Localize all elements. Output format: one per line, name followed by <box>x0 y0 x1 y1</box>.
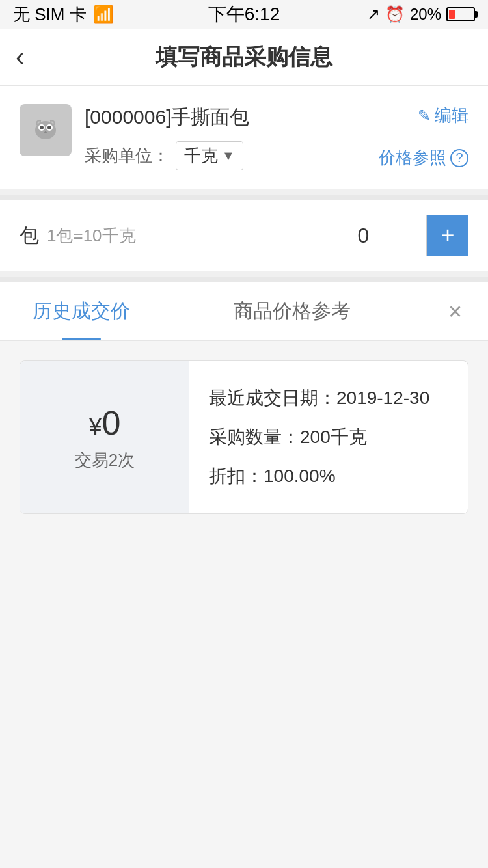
quantity-conversion: 1包=10千克 <box>47 224 136 247</box>
quantity-detail-value: 200千克 <box>300 427 367 447</box>
location-icon: ↗ <box>367 5 380 23</box>
quantity-input[interactable] <box>310 215 427 256</box>
quantity-plus-button[interactable]: + <box>427 215 468 256</box>
back-button[interactable]: ‹ <box>16 42 24 72</box>
tabs-section: 历史成交价 商品价格参考 × <box>0 282 488 341</box>
section-divider <box>0 195 488 200</box>
nav-bar: ‹ 填写商品采购信息 <box>0 29 488 86</box>
tab-history-price[interactable]: 历史成交价 <box>20 282 143 340</box>
product-name: [0000006]手撕面包 <box>85 104 249 131</box>
quantity-unit: 包 <box>20 223 39 249</box>
unit-select[interactable]: 千克 ▼ <box>176 141 243 170</box>
recent-date-value: 2019-12-30 <box>336 388 429 408</box>
no-sim-text: 无 SIM 卡 <box>13 3 87 26</box>
price-symbol: ¥ <box>89 413 102 440</box>
product-thumb-icon <box>29 112 62 149</box>
purchase-quantity: 采购数量：200千克 <box>209 424 448 451</box>
battery-icon <box>446 7 475 21</box>
tab-close-button[interactable]: × <box>442 292 468 332</box>
transaction-area: ¥0 交易2次 最近成交日期：2019-12-30 采购数量：200千克 折扣：… <box>0 341 488 731</box>
discount-value: 100.00% <box>264 466 336 486</box>
unit-value: 千克 <box>184 144 218 167</box>
status-bar: 无 SIM 卡 📶 下午6:12 ↗ ⏰ 20% <box>0 0 488 29</box>
status-right: ↗ ⏰ 20% <box>367 5 475 23</box>
product-left: [0000006]手撕面包 采购单位： 千克 ▼ <box>20 104 249 170</box>
svg-point-4 <box>47 126 51 129</box>
transaction-count: 交易2次 <box>75 449 135 472</box>
recent-date-label: 最近成交日期： <box>209 388 336 408</box>
transaction-price: ¥0 <box>89 403 121 442</box>
status-time: 下午6:12 <box>208 2 280 27</box>
price-value: 0 <box>102 404 121 442</box>
quantity-left: 包 1包=10千克 <box>20 223 136 249</box>
transaction-summary: ¥0 交易2次 <box>20 361 189 513</box>
quantity-row: 包 1包=10千克 + <box>20 200 468 271</box>
tabs-header: 历史成交价 商品价格参考 × <box>0 282 488 340</box>
quantity-section: 包 1包=10千克 + <box>0 200 488 277</box>
alarm-icon: ⏰ <box>385 5 405 23</box>
product-logo <box>29 112 62 144</box>
product-info: [0000006]手撕面包 采购单位： 千克 ▼ <box>85 104 249 170</box>
price-ref-label: 价格参照 <box>379 146 446 169</box>
page-title: 填写商品采购信息 <box>156 42 332 72</box>
discount: 折扣：100.00% <box>209 463 448 490</box>
edit-button[interactable]: ✎ 编辑 <box>418 104 468 127</box>
unit-arrow-icon: ▼ <box>222 148 235 163</box>
recent-date: 最近成交日期：2019-12-30 <box>209 385 448 412</box>
transaction-card: ¥0 交易2次 最近成交日期：2019-12-30 采购数量：200千克 折扣：… <box>20 360 468 514</box>
status-carrier: 无 SIM 卡 📶 <box>13 3 114 26</box>
section-divider-2 <box>0 277 488 282</box>
transaction-details: 最近成交日期：2019-12-30 采购数量：200千克 折扣：100.00% <box>189 361 468 513</box>
battery-fill <box>449 10 455 19</box>
product-thumbnail <box>20 104 72 156</box>
edit-label: 编辑 <box>435 104 468 127</box>
edit-icon: ✎ <box>418 107 431 125</box>
help-icon: ? <box>450 149 468 167</box>
product-card: [0000006]手撕面包 采购单位： 千克 ▼ ✎ 编辑 价格参照 ? <box>0 86 488 195</box>
product-right: ✎ 编辑 价格参照 ? <box>379 104 468 169</box>
quantity-input-group: + <box>310 215 468 256</box>
discount-label: 折扣： <box>209 466 264 486</box>
tab-product-price-ref[interactable]: 商品价格参考 <box>221 282 364 340</box>
product-header: [0000006]手撕面包 采购单位： 千克 ▼ ✎ 编辑 价格参照 ? <box>20 104 468 170</box>
battery-percent: 20% <box>410 5 441 23</box>
quantity-detail-label: 采购数量： <box>209 427 300 447</box>
price-ref-button[interactable]: 价格参照 ? <box>379 146 468 169</box>
unit-label: 采购单位： <box>85 144 169 167</box>
product-unit-row: 采购单位： 千克 ▼ <box>85 141 249 170</box>
svg-point-3 <box>40 126 44 129</box>
wifi-icon: 📶 <box>93 5 114 25</box>
svg-point-0 <box>35 121 56 139</box>
